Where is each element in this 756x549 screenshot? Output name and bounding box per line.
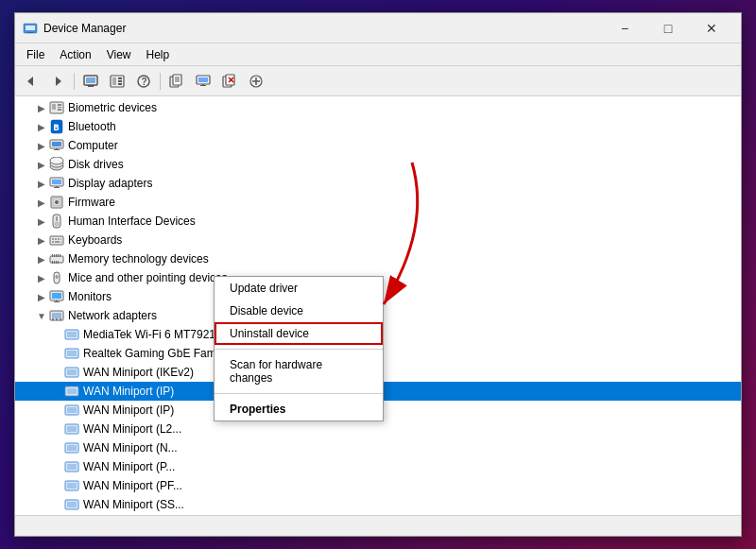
- svg-rect-95: [67, 407, 77, 413]
- scan-button[interactable]: [164, 70, 189, 93]
- help-button[interactable]: ?: [131, 70, 156, 93]
- svg-rect-63: [60, 241, 61, 243]
- label-keyboards: Keyboards: [68, 233, 122, 247]
- svg-text:?: ?: [142, 77, 147, 87]
- svg-rect-57: [52, 238, 54, 240]
- svg-rect-47: [52, 180, 61, 184]
- toggle-firmware[interactable]: ▶: [34, 195, 49, 210]
- tree-item-wan-p[interactable]: ▶ WAN Miniport (P...: [15, 457, 741, 476]
- maximize-button[interactable]: □: [646, 13, 690, 43]
- icon-display: [49, 176, 64, 191]
- svg-rect-12: [118, 80, 122, 82]
- main-content: ▶ Biometric devices ▶ ʙ Bluetooth: [15, 96, 741, 515]
- label-hid: Human Interface Devices: [68, 214, 196, 228]
- context-uninstall-device[interactable]: Uninstall device: [215, 322, 383, 345]
- context-scan-hardware[interactable]: Scan for hardware changes: [215, 353, 383, 389]
- forward-button[interactable]: [45, 70, 70, 93]
- statusbar: [15, 515, 741, 536]
- svg-rect-48: [54, 187, 60, 188]
- tree-item-wan-l2[interactable]: ▶ WAN Miniport (L2...: [15, 420, 741, 438]
- toggle-monitors[interactable]: ▶: [34, 289, 49, 304]
- titlebar: Device Manager − □ ✕: [15, 13, 741, 43]
- display-button[interactable]: [191, 70, 215, 93]
- tree-item-wan-n[interactable]: ▶ WAN Miniport (N...: [15, 438, 741, 457]
- icon-network: [49, 308, 64, 323]
- svg-rect-68: [58, 254, 59, 257]
- toggle-biometric[interactable]: ▶: [34, 100, 49, 115]
- separator-2: [215, 393, 383, 394]
- toggle-keyboards[interactable]: ▶: [34, 232, 49, 248]
- svg-rect-78: [52, 293, 61, 299]
- svg-rect-56: [50, 236, 63, 245]
- icon-biometric: [49, 100, 64, 115]
- tree-item-bluetooth[interactable]: ▶ ʙ Bluetooth: [15, 117, 741, 136]
- minimize-button[interactable]: −: [603, 13, 646, 43]
- svg-rect-73: [58, 261, 59, 264]
- label-wan-p: WAN Miniport (P...: [83, 460, 175, 473]
- context-update-driver[interactable]: Update driver: [215, 277, 383, 300]
- svg-rect-82: [52, 313, 61, 318]
- tree-item-wan-pf[interactable]: ▶ WAN Miniport (PF...: [15, 476, 741, 495]
- toggle-network[interactable]: ▼: [34, 308, 49, 323]
- label-monitors: Monitors: [68, 290, 112, 303]
- tree-item-computer[interactable]: ▶ Computer: [15, 136, 741, 155]
- menu-view[interactable]: View: [99, 44, 139, 65]
- uninstall-button[interactable]: [217, 70, 242, 93]
- svg-rect-89: [67, 351, 77, 356]
- svg-rect-6: [86, 77, 95, 83]
- tree-item-firmware[interactable]: ▶ Firmware: [15, 193, 741, 212]
- svg-rect-66: [54, 254, 55, 257]
- svg-rect-67: [56, 254, 57, 257]
- show-button[interactable]: [105, 70, 129, 93]
- svg-rect-87: [67, 332, 77, 337]
- toggle-bluetooth[interactable]: ▶: [34, 119, 49, 134]
- icon-firmware: [49, 195, 64, 210]
- svg-text:ʙ: ʙ: [53, 121, 60, 132]
- context-properties[interactable]: Properties: [215, 398, 383, 420]
- menu-action[interactable]: Action: [52, 44, 98, 65]
- svg-rect-10: [112, 77, 116, 85]
- toggle-disk[interactable]: ▶: [34, 157, 49, 172]
- label-wan-ss: WAN Miniport (SS...: [83, 498, 184, 511]
- toggle-computer[interactable]: ▶: [34, 138, 49, 153]
- label-wan-n: WAN Miniport (N...: [83, 441, 178, 455]
- icon-wan-ip-selected: [64, 384, 79, 399]
- tree-item-memory[interactable]: ▶ Memory technology devices: [15, 249, 741, 268]
- add-button[interactable]: [244, 70, 268, 93]
- svg-rect-8: [87, 85, 94, 86]
- tree-item-print[interactable]: ▶ Print queues: [15, 514, 741, 515]
- label-wan-pf: WAN Miniport (PF...: [83, 479, 182, 492]
- tree-item-hid[interactable]: ▶ Human Interface Devices: [15, 212, 741, 231]
- svg-rect-93: [67, 388, 77, 394]
- titlebar-buttons: − □ ✕: [603, 13, 733, 43]
- toggle-memory[interactable]: ▶: [34, 251, 49, 266]
- svg-rect-99: [67, 445, 77, 451]
- svg-marker-3: [27, 77, 33, 86]
- computer-button[interactable]: [78, 70, 103, 93]
- tree-item-wan-ss[interactable]: ▶ WAN Miniport (SS...: [15, 495, 741, 514]
- tree-item-keyboards[interactable]: ▶ Keyboards: [15, 231, 741, 249]
- svg-rect-41: [54, 149, 60, 150]
- tree-item-biometric[interactable]: ▶ Biometric devices: [15, 98, 741, 117]
- toggle-mice[interactable]: ▶: [34, 270, 49, 285]
- menu-help[interactable]: Help: [139, 44, 178, 65]
- back-button[interactable]: [19, 70, 43, 93]
- tree-item-display[interactable]: ▶ Display adapters: [15, 174, 741, 193]
- svg-rect-103: [67, 483, 77, 489]
- label-wan-l2: WAN Miniport (L2...: [83, 422, 181, 436]
- svg-rect-65: [52, 254, 53, 257]
- icon-mediatek: [64, 327, 79, 342]
- context-disable-device[interactable]: Disable device: [215, 300, 383, 322]
- svg-point-83: [52, 318, 54, 320]
- toggle-hid[interactable]: ▶: [34, 214, 49, 229]
- svg-rect-54: [56, 216, 58, 221]
- menu-file[interactable]: File: [19, 44, 52, 65]
- icon-computer: [49, 138, 64, 153]
- icon-wan-ip2: [64, 403, 79, 418]
- label-network: Network adapters: [68, 309, 157, 322]
- separator-1: [215, 349, 383, 350]
- svg-rect-79: [54, 301, 60, 302]
- toggle-display[interactable]: ▶: [34, 176, 49, 191]
- close-button[interactable]: ✕: [690, 13, 733, 43]
- tree-item-disk[interactable]: ▶ Disk drives: [15, 155, 741, 174]
